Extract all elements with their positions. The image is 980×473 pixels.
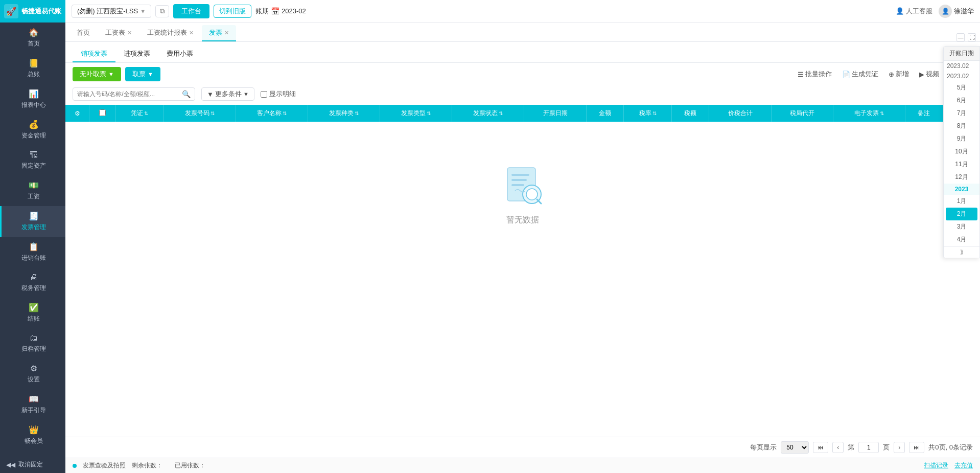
copy-button[interactable]: ⧉ [155,5,169,17]
switch-version-button[interactable]: 切到旧版 [214,5,251,18]
show-detail-input[interactable] [261,91,267,98]
sidebar-unpin[interactable]: ◀◀ 取消固定 [0,456,65,473]
next-page-btn[interactable]: › [894,442,905,453]
maximize-button[interactable]: ⛶ [968,33,976,41]
th-sort-5: 发票种类 ⇅ [311,109,377,118]
user-menu[interactable]: 👤 徐溢华 [939,5,974,18]
video-btn[interactable]: ▶ 视频 [916,68,942,80]
period-month-prev-6月[interactable]: 6月 [944,94,979,107]
tab-工资表[interactable]: 工资表✕ [98,25,139,41]
th-sort-3: 发票号码 ⇅ [167,109,232,118]
svg-rect-4 [511,179,527,181]
workspace-button[interactable]: 工作台 [173,4,209,18]
scan-record-link[interactable]: 扫描记录 [924,461,948,470]
period-close-btn[interactable]: ⟫ [944,246,979,258]
th-sort-10: 税率 ⇅ [627,109,668,118]
th-6: 发票类型 ⇅ [380,105,452,122]
last-page-btn[interactable]: ⏭ [909,442,924,453]
batch-op-btn[interactable]: ☰ 批量操作 [795,68,835,80]
period-year-2022[interactable]: 2023.02 [944,61,979,71]
select-all-checkbox[interactable] [99,109,106,116]
sidebar-guide-icon: 📖 [29,394,39,404]
sort-icon-3: ⇅ [211,110,215,116]
sidebar-item-invoice[interactable]: 🧾 发票管理 [0,206,65,237]
company-selector[interactable]: (勿删) 江西股宝-LSS ▼ [72,5,151,18]
tab-close-2[interactable]: ✕ [189,30,194,36]
sidebar-item-guide[interactable]: 📖 新手引导 [0,389,65,420]
th-5: 发票种类 ⇅ [308,105,380,122]
page-input[interactable] [858,442,879,453]
period-month-curr-2月[interactable]: 2月 [946,208,977,220]
subtab-0[interactable]: 销项发票 [73,46,115,62]
sidebar-item-fund[interactable]: 💰 资金管理 [0,115,65,145]
sidebar-item-tax[interactable]: 🖨 税务管理 [0,267,65,298]
prev-page-btn[interactable]: ‹ [832,442,844,453]
period-month-prev-11月[interactable]: 11月 [944,158,979,171]
subtab-1[interactable]: 进项发票 [115,46,158,62]
show-detail-checkbox[interactable]: 显示明细 [261,89,296,99]
new-label: 新增 [896,70,909,79]
window-controls: — ⛶ [956,33,976,41]
minimize-button[interactable]: — [956,33,965,41]
table-container: ⚙ 凭证 ⇅ 发票号码 ⇅ 客户名称 ⇅ 发票种类 ⇅ 发票类型 ⇅ 发票状态 … [65,105,980,437]
sidebar-fund-label: 资金管理 [21,131,46,140]
gen-voucher-btn[interactable]: 📄 生成凭证 [839,68,881,80]
th-9: 金额 [586,105,624,122]
tab-发票[interactable]: 发票✕ [202,25,236,41]
recharge-link[interactable]: 去充值 [954,461,973,470]
per-page-select[interactable]: 50 20 100 [781,441,809,454]
sidebar-item-ledger[interactable]: 📒 总账 [0,53,65,84]
sidebar-item-settle[interactable]: ✅ 结账 [0,298,65,328]
app-logo-text: 畅捷通易代账 [21,7,61,16]
sidebar-item-sales[interactable]: 📋 进销台账 [0,237,65,267]
sidebar-item-asset[interactable]: 🏗 固定资产 [0,145,65,175]
tab-首页[interactable]: 首页 [69,25,97,41]
more-filters-btn[interactable]: ▼ 更多条件 ▼ [201,87,254,101]
sidebar-tax-icon: 🖨 [30,273,38,282]
period-month-curr-3月[interactable]: 3月 [944,220,979,233]
no-deduct-arrow: ▼ [108,71,114,77]
topbar: (勿删) 江西股宝-LSS ▼ ⧉ 工作台 切到旧版 账期 📅 2023-02 … [65,0,980,22]
sidebar-item-member[interactable]: 👑 畅会员 [0,420,65,451]
subtab-bar: 销项发票进项发票费用小票 [65,42,980,63]
period-year-prev[interactable]: 2023.02 [944,71,979,81]
svg-rect-5 [511,184,524,186]
search-input[interactable] [77,91,180,98]
take-ticket-btn[interactable]: 取票 ▼ [125,67,160,81]
period-month-prev-10月[interactable]: 10月 [944,145,979,158]
sidebar-item-payroll[interactable]: 💵 工资 [0,175,65,206]
period-month-prev-8月[interactable]: 8月 [944,120,979,132]
sidebar-payroll-icon: 💵 [29,181,39,190]
th-12: 价税合计 [709,105,771,122]
customer-service[interactable]: 👤 人工客服 [896,7,932,16]
sort-icon-10: ⇅ [652,110,657,116]
no-deduct-btn[interactable]: 无卟取票 ▼ [73,67,121,81]
sidebar-item-archive[interactable]: 🗂 归档管理 [0,328,65,358]
period-month-prev-12月[interactable]: 12月 [944,171,979,184]
period-month-prev-9月[interactable]: 9月 [944,132,979,145]
sidebar-nav: 🏠 首页📒 总账📊 报表中心💰 资金管理🏗 固定资产💵 工资🧾 发票管理📋 进销 [0,22,65,451]
search-icon[interactable]: 🔍 [182,90,191,98]
period-month-prev-5月[interactable]: 5月 [944,81,979,94]
tab-close-1[interactable]: ✕ [127,30,132,36]
sidebar-item-settings[interactable]: ⚙ 设置 [0,358,65,389]
period-month-prev-7月[interactable]: 7月 [944,107,979,120]
tab-close-3[interactable]: ✕ [224,30,229,36]
period-month-curr-4月[interactable]: 4月 [944,233,979,246]
gen-voucher-label: 生成凭证 [852,70,878,79]
first-page-btn[interactable]: ⏮ [813,442,828,453]
sidebar-sales-label: 进销台账 [21,254,46,262]
page-label-suffix: 页 [883,443,890,452]
period-month-curr-1月[interactable]: 1月 [944,195,979,208]
th-3: 发票号码 ⇅ [164,105,236,122]
subtab-label-1: 进项发票 [124,50,150,57]
sidebar-archive-icon: 🗂 [30,333,38,343]
verify-label: 发票查验及拍照 [83,461,126,470]
subtab-2[interactable]: 费用小票 [158,46,201,62]
sidebar-member-icon: 👑 [29,425,39,435]
new-btn[interactable]: ⊕ 新增 [885,68,912,80]
sidebar-item-report[interactable]: 📊 报表中心 [0,84,65,115]
tab-工资统计报表[interactable]: 工资统计报表✕ [140,25,201,41]
per-page-label: 每页显示 [750,443,777,452]
sidebar-item-home[interactable]: 🏠 首页 [0,22,65,53]
